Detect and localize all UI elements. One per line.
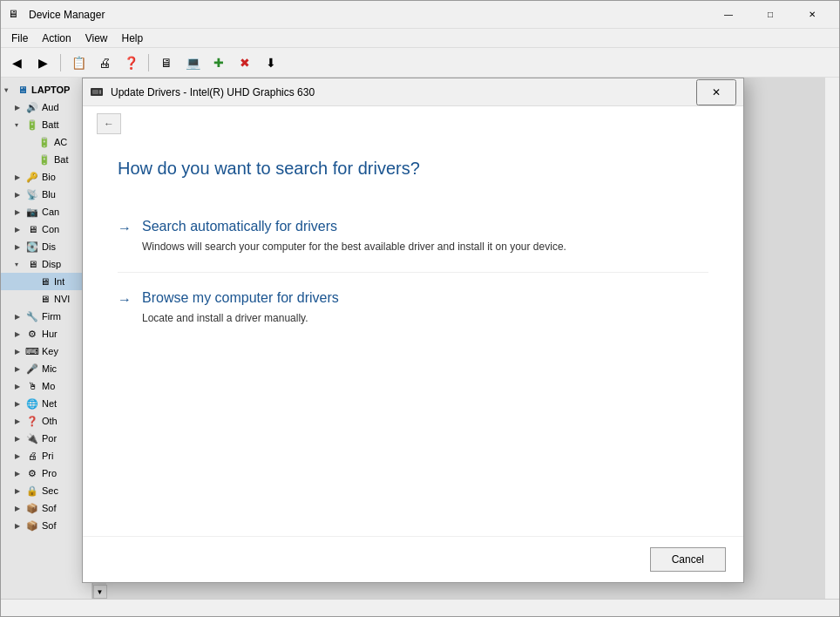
main-content: ▾ 🖥 LAPTOP ▶ 🔊 Aud ▾ 🔋 Batt 🔋 AC: [1, 78, 839, 599]
search-auto-content: Search automatically for drivers Windows…: [142, 219, 566, 254]
cancel-button[interactable]: Cancel: [650, 547, 726, 572]
status-bar: [1, 599, 839, 616]
dialog-title-text: Update Drivers - Intel(R) UHD Graphics 6…: [111, 86, 315, 98]
toolbar-forward[interactable]: ▶: [30, 51, 55, 74]
dialog-footer: Cancel: [83, 536, 743, 582]
browse-content: Browse my computer for drivers Locate an…: [142, 290, 339, 326]
search-automatically-option[interactable]: → Search automatically for drivers Windo…: [118, 205, 708, 268]
menu-bar: File Action View Help: [1, 29, 839, 48]
menu-help[interactable]: Help: [115, 31, 151, 46]
dialog-gpu-icon: [90, 85, 104, 99]
dialog-overlay: Update Drivers - Intel(R) UHD Graphics 6…: [1, 78, 825, 599]
minimize-button[interactable]: —: [708, 2, 749, 28]
title-bar: 🖥 Device Manager — □ ✕: [1, 1, 839, 29]
toolbar-separator-1: [60, 54, 61, 71]
dialog-content: How do you want to search for drivers? →…: [83, 141, 743, 536]
browse-desc: Locate and install a driver manually.: [142, 311, 339, 326]
browse-arrow: →: [118, 292, 132, 308]
menu-view[interactable]: View: [78, 31, 115, 46]
search-auto-title: Search automatically for drivers: [142, 219, 566, 234]
browse-computer-option[interactable]: → Browse my computer for drivers Locate …: [118, 276, 708, 340]
search-auto-arrow: →: [118, 220, 132, 236]
device-manager-window: 🖥 Device Manager — □ ✕ File Action View …: [0, 0, 840, 617]
toolbar-help[interactable]: ❓: [119, 51, 143, 74]
dialog-title-bar: Update Drivers - Intel(R) UHD Graphics 6…: [83, 78, 743, 106]
toolbar-update[interactable]: ⬇: [259, 51, 283, 74]
toolbar-remove[interactable]: ✖: [233, 51, 257, 74]
toolbar-add[interactable]: ✚: [207, 51, 231, 74]
dialog-nav: ←: [83, 106, 743, 141]
window-icon: 🖥: [8, 8, 22, 22]
menu-file[interactable]: File: [4, 31, 35, 46]
window-title: Device Manager: [29, 9, 105, 21]
toolbar-back[interactable]: ◀: [4, 51, 29, 74]
maximize-button[interactable]: □: [750, 2, 790, 28]
option-divider: [118, 272, 708, 273]
toolbar-device[interactable]: 💻: [180, 51, 205, 74]
dialog-title-left: Update Drivers - Intel(R) UHD Graphics 6…: [90, 85, 315, 99]
toolbar-separator-2: [148, 54, 149, 71]
title-bar-left: 🖥 Device Manager: [8, 8, 105, 22]
dialog-heading: How do you want to search for drivers?: [118, 159, 708, 179]
svg-rect-1: [92, 90, 98, 94]
update-drivers-dialog: Update Drivers - Intel(R) UHD Graphics 6…: [82, 78, 744, 583]
svg-rect-2: [99, 90, 101, 94]
menu-action[interactable]: Action: [35, 31, 78, 46]
toolbar: ◀ ▶ 📋 🖨 ❓ 🖥 💻 ✚ ✖ ⬇: [1, 48, 839, 78]
toolbar-display[interactable]: 🖥: [154, 51, 179, 74]
dialog-back-button[interactable]: ←: [97, 113, 121, 134]
dialog-close-button[interactable]: ✕: [696, 79, 736, 105]
search-auto-desc: Windows will search your computer for th…: [142, 240, 566, 254]
toolbar-print[interactable]: 🖨: [92, 51, 117, 74]
toolbar-properties[interactable]: 📋: [66, 51, 91, 74]
browse-title: Browse my computer for drivers: [142, 290, 339, 306]
title-bar-controls: — □ ✕: [708, 2, 832, 28]
window-close-button[interactable]: ✕: [792, 2, 832, 28]
